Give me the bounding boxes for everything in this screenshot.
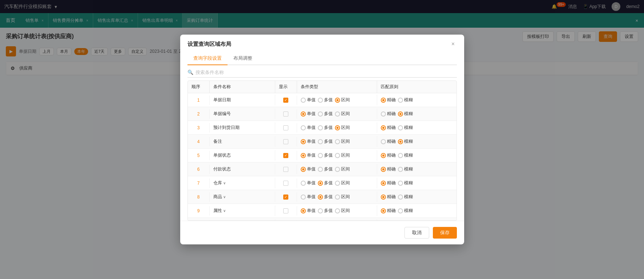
settings-dialog: 设置查询区域布局 × 查询字段设置 布局调整 🔍 顺序 条件名称 显示 条件类型 xyxy=(180,35,464,78)
tab-layout[interactable]: 布局调整 xyxy=(228,52,258,65)
modal-overlay: 设置查询区域布局 × 查询字段设置 布局调整 🔍 顺序 条件名称 显示 条件类型 xyxy=(0,0,644,78)
tab-query-fields[interactable]: 查询字段设置 xyxy=(187,52,228,65)
tab-query-fields-label: 查询字段设置 xyxy=(193,55,222,61)
dialog-title: 设置查询区域布局 xyxy=(187,41,231,48)
search-icon: 🔍 xyxy=(187,70,193,75)
dialog-header: 设置查询区域布局 × xyxy=(180,35,464,48)
search-input[interactable] xyxy=(195,70,457,75)
tab-layout-label: 布局调整 xyxy=(233,55,252,61)
search-box: 🔍 xyxy=(187,70,457,78)
dialog-close-button[interactable]: × xyxy=(450,40,457,48)
dialog-tabs: 查询字段设置 布局调整 xyxy=(187,52,457,65)
